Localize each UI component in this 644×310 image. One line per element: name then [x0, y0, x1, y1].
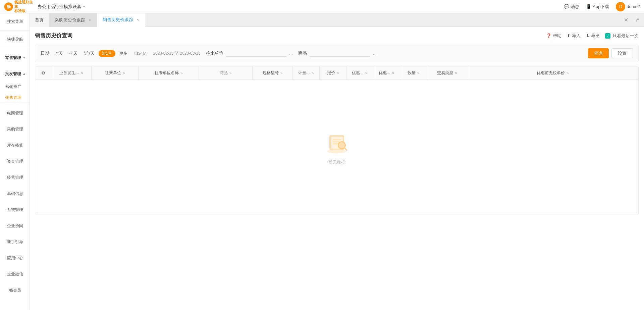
unit-input[interactable] [226, 50, 286, 57]
sidebar-item-inventory[interactable]: 库存核算 [0, 137, 29, 153]
th-txtype[interactable]: 交易类型 ⇅ [427, 66, 467, 80]
tab-sales-history-close[interactable]: × [136, 17, 140, 23]
message-icon: 💬 [564, 4, 569, 9]
sidebar-item-operation[interactable]: 经营管理 [0, 169, 29, 186]
unit-dots-button[interactable]: ... [289, 51, 293, 56]
th-pretax-label: 优惠前无税单价 [537, 70, 565, 76]
query-button[interactable]: 查询 [588, 48, 609, 58]
th-unit2-label: 计量... [298, 70, 310, 76]
tab-purchase-history-close[interactable]: × [88, 17, 92, 23]
th-qty[interactable]: 数量 ⇅ [400, 66, 427, 80]
th-goods[interactable]: 商品 ⇅ [199, 66, 253, 80]
sidebar-item-marketing[interactable]: 营销推广 [0, 81, 29, 92]
avatar: D [616, 2, 625, 11]
sidebar-item-sales-mgmt[interactable]: 销售管理 [0, 92, 29, 103]
user-profile-button[interactable]: D demo2 [616, 2, 640, 11]
filter-actions: 查询 设置 [588, 48, 633, 58]
sidebar-item-enterprise-cooperation[interactable]: 企业协同 [0, 218, 29, 234]
sort-icon-spec: ⇅ [280, 71, 283, 75]
filter-bar: 日期 昨天 今天 近7天 近1月 更多 自定义 2023-02-18 至 202… [35, 45, 639, 62]
goods-filter-group: 商品 ... [298, 50, 377, 57]
goods-input[interactable] [310, 50, 370, 57]
tab-home[interactable]: 首页 [30, 13, 49, 27]
th-unitname[interactable]: 往来单位名称 ⇅ [139, 66, 199, 80]
th-unit-label: 往来单位 [105, 70, 121, 76]
sidebar-item-quick-nav[interactable]: 快捷导航 [0, 31, 29, 47]
date-btn-yesterday[interactable]: 昨天 [52, 50, 65, 57]
export-button[interactable]: ⬇ 导出 [586, 33, 600, 39]
sidebar-item-vip-member[interactable]: 畅会员 [0, 282, 29, 298]
message-button[interactable]: 💬 消息 [564, 4, 579, 10]
th-quote[interactable]: 报价 ⇅ [320, 66, 346, 80]
date-btn-1month[interactable]: 近1月 [99, 50, 116, 57]
th-spec-label: 规格型号 [263, 70, 279, 76]
tab-sales-history[interactable]: 销售历史价跟踪 × [97, 13, 145, 27]
enterprise-wechat-label: 企业微信 [7, 271, 23, 277]
th-quote-label: 报价 [327, 70, 335, 76]
sidebar-divider-2 [0, 48, 29, 48]
th-bizdate[interactable]: 业务发生... ⇅ [51, 66, 92, 80]
tab-sales-history-label: 销售历史价跟踪 [103, 17, 133, 23]
main-layout: 搜索菜单 快捷导航 零售管理 ▼ 批发管理 ▲ 营销推广 销售管理 电商管理 采… [0, 13, 644, 310]
sidebar-item-ecommerce[interactable]: 电商管理 [0, 105, 29, 121]
sidebar-item-search-menu[interactable]: 搜索菜单 [0, 13, 29, 30]
chevron-up-icon-wholesale: ▲ [22, 71, 26, 76]
chevron-down-icon: ▾ [83, 5, 85, 8]
th-disc2[interactable]: 优惠... ⇅ [373, 66, 400, 80]
sidebar-item-enterprise-wechat[interactable]: 企业微信 [0, 266, 29, 282]
th-disc2-label: 优惠... [379, 70, 390, 76]
tab-close-all-button[interactable]: ✕ [622, 16, 630, 24]
sort-icon-goods: ⇅ [229, 71, 232, 75]
settings-button[interactable]: 设置 [611, 48, 633, 58]
page-title-row: 销售历史价查询 ❓ 帮助 ⬆ 导入 ⬇ 导出 ✓ [35, 32, 639, 39]
date-filter-group: 日期 昨天 今天 近7天 近1月 更多 自定义 2023-02-18 至 202… [41, 50, 201, 57]
ecommerce-label: 电商管理 [7, 110, 23, 116]
date-btn-more[interactable]: 更多 [117, 50, 130, 57]
quick-nav-label: 快捷导航 [7, 37, 23, 42]
sort-icon-disc1: ⇅ [365, 71, 368, 75]
app-download-button[interactable]: 📱 App下载 [586, 4, 609, 10]
sidebar-item-retail-mgmt[interactable]: 零售管理 ▼ [0, 49, 29, 65]
th-bizdate-label: 业务发生... [59, 70, 79, 76]
tab-maximize-button[interactable]: ⤢ [633, 16, 641, 24]
date-btn-today[interactable]: 今天 [67, 50, 80, 57]
date-label: 日期 [41, 50, 49, 56]
sort-icon-bizdate: ⇅ [80, 71, 83, 75]
th-pretax[interactable]: 优惠前无税单价 ⇅ [467, 66, 638, 80]
sidebar-item-new-guide[interactable]: 新手引导 [0, 234, 29, 250]
sidebar: 搜索菜单 快捷导航 零售管理 ▼ 批发管理 ▲ 营销推广 销售管理 电商管理 采… [0, 13, 30, 310]
table-header: ⚙ 业务发生... ⇅ 往来单位 ⇅ 往来单位名称 ⇅ [35, 66, 638, 80]
page-title: 销售历史价查询 [35, 32, 72, 39]
empty-text: 暂无数据 [328, 159, 345, 165]
app-selector[interactable]: 办公用品行业模拟账套 ▾ [34, 4, 564, 10]
table-settings-button[interactable]: ⚙ [35, 66, 51, 80]
th-spec[interactable]: 规格型号 ⇅ [253, 66, 293, 80]
empty-illustration [323, 128, 350, 155]
date-btn-custom[interactable]: 自定义 [131, 50, 149, 57]
help-button[interactable]: ❓ 帮助 [546, 33, 561, 39]
capital-label: 资金管理 [7, 159, 23, 164]
tab-purchase-history[interactable]: 采购历史价跟踪 × [49, 13, 97, 27]
sidebar-item-app-center[interactable]: 应用中心 [0, 250, 29, 266]
sidebar-item-purchase[interactable]: 采购管理 [0, 121, 29, 137]
sidebar-item-capital[interactable]: 资金管理 [0, 153, 29, 169]
table-body: 暂无数据 [35, 80, 638, 214]
import-button[interactable]: ⬆ 导入 [567, 33, 581, 39]
import-icon: ⬆ [567, 33, 571, 38]
system-mgmt-label: 系统管理 [7, 207, 23, 213]
only-last-checkbox[interactable]: ✓ 只看最后一次 [605, 33, 639, 39]
help-icon: ❓ [546, 33, 551, 38]
sidebar-divider-3 [0, 104, 29, 104]
th-unit[interactable]: 往来单位 ⇅ [92, 66, 139, 80]
th-disc1[interactable]: 优惠... ⇅ [346, 66, 373, 80]
date-btn-7days[interactable]: 近7天 [82, 50, 97, 57]
sidebar-item-wholesale-mgmt[interactable]: 批发管理 ▲ [0, 65, 29, 81]
sidebar-item-system-mgmt[interactable]: 系统管理 [0, 202, 29, 218]
content-area: 首页 采购历史价跟踪 × 销售历史价跟踪 × ✕ ⤢ 销售历史价查询 [30, 13, 644, 310]
purchase-label: 采购管理 [7, 126, 23, 132]
settings-icon: ⚙ [41, 70, 45, 75]
th-unit2[interactable]: 计量... ⇅ [293, 66, 320, 80]
goods-dots-button[interactable]: ... [373, 51, 377, 56]
download-icon: 📱 [586, 4, 591, 9]
sidebar-item-basic-info[interactable]: 基础信息 [0, 186, 29, 202]
